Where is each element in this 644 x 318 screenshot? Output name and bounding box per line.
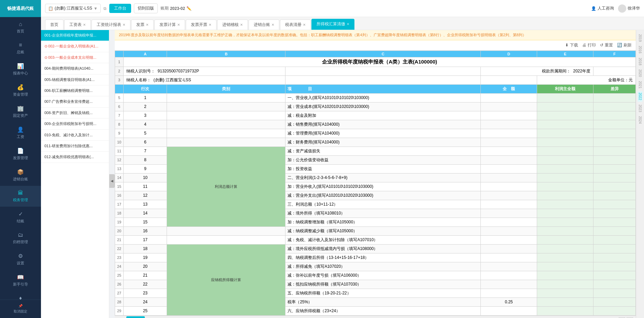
year-2020[interactable]: 2020 <box>638 68 643 78</box>
table-row: 62减：营业成本(填写A102010\102020\103000) <box>115 102 636 111</box>
tab-close-income-tax[interactable]: ✕ <box>347 22 349 26</box>
tab-close-salary[interactable]: ✕ <box>83 23 86 27</box>
sidebar-item-ledger[interactable]: ≡ 总账 <box>0 38 41 59</box>
settle-icon: ✓ <box>18 211 23 217</box>
report-icon: 📊 <box>17 63 24 69</box>
year-2018[interactable]: 2018 <box>638 56 643 67</box>
col-chay-header: 差异 <box>593 84 636 93</box>
tab-tax-list[interactable]: 税表清册 ✕ <box>280 19 311 30</box>
sheet-tab-main[interactable]: 主表 <box>126 316 145 318</box>
sidebar-item-invoice[interactable]: 📄 发票管理 <box>0 143 41 165</box>
list-item-005[interactable]: 005-纳税调整项目明细表(A1... <box>41 74 109 85</box>
print-button[interactable]: 🖨 打印 <box>582 42 596 48</box>
content-area: 001-企业所得税年度纳税申报... ⊙002-一般企业收入明细表(A1... … <box>41 30 644 318</box>
year-2021[interactable]: 2021 <box>638 80 643 90</box>
reset-button[interactable]: ↺ 重置 <box>600 42 613 48</box>
list-item-011[interactable]: 011-研发费用加计扣除优惠... <box>41 141 109 152</box>
company-selector[interactable]: 📋 (勿删) 江西服宝-LSS ▼ <box>45 4 101 13</box>
reset-icon: ↺ <box>600 43 603 47</box>
switch-version-button[interactable]: 切到旧版 <box>134 3 158 13</box>
tab-invoice-calc[interactable]: 发票计算 ✕ <box>154 19 185 30</box>
tab-home[interactable]: 首页 <box>45 19 64 30</box>
tab-income-tax[interactable]: 所得税汇算清缴 ✕ <box>311 19 354 30</box>
sidebar-item-capital[interactable]: 💰 资金管理 <box>0 80 41 101</box>
invoice-icon: 📄 <box>17 148 24 154</box>
col-quane-header: 全 额 <box>481 84 537 93</box>
list-item-007[interactable]: 007-广告费和业务宣传费超... <box>41 96 109 107</box>
list-item-003[interactable]: ⊙003-一般企业成本支出明细... <box>41 52 109 63</box>
tab-salary[interactable]: 工资表 ✕ <box>64 19 91 30</box>
right-mini-sidebar: 2019 2016 2018 2020 2021 2022 2023 2024 <box>636 30 644 318</box>
sidebar-item-archive[interactable]: 🗂 归档管理 <box>0 228 41 249</box>
col-rownum-header <box>115 84 124 93</box>
purchase-icon: 📦 <box>17 169 24 175</box>
sidebar-item-salary[interactable]: 👤 工资 <box>0 122 41 143</box>
list-item-008[interactable]: 008-资产折旧、摊销及纳税... <box>41 108 109 119</box>
column-header-row: 行次 类别 项 目 全 额 利润主全额 差异 <box>115 84 636 93</box>
tab-close-tax-list[interactable]: ✕ <box>303 23 306 27</box>
list-item-006[interactable]: 006-职工薪酬纳税调整明细... <box>41 85 109 96</box>
tab-salary-report[interactable]: 工资统计报表 ✕ <box>92 19 130 30</box>
table-row: 73减：税金及附加 <box>115 111 636 120</box>
copy-icon[interactable]: ⧉ <box>103 6 107 11</box>
year-2016[interactable]: 2016 <box>638 44 643 55</box>
print-icon: 🖨 <box>582 43 586 47</box>
sidebar-item-guide[interactable]: 📖 新手引导 <box>0 270 41 291</box>
list-item-001[interactable]: 001-企业所得税年度纳税申报... <box>41 30 109 41</box>
sidebar-item-assets[interactable]: 🏢 固定资产 <box>0 101 41 122</box>
tab-purchase-ledger[interactable]: 进销台账 ✕ <box>249 19 279 30</box>
sidebar-footer[interactable]: 📌 取消固定 <box>0 300 41 318</box>
tab-close-invoice[interactable]: ✕ <box>146 23 149 27</box>
list-item-002[interactable]: ⊙002-一般企业收入明细表(A1... <box>41 41 109 52</box>
taxpayer-name-row: 3 纳税人名称： (勿删) 江西服宝-LSS 金额单位：元 <box>115 75 636 84</box>
sidebar-item-member[interactable]: ♦ 畅会员 <box>0 291 41 300</box>
ai-consult-button[interactable]: 👤 人工咨询 <box>591 5 614 11</box>
sidebar-item-settings[interactable]: ⚙ 设置 <box>0 249 41 270</box>
sidebar-item-settle[interactable]: ✓ 结账 <box>0 207 41 228</box>
top-bar: 📋 (勿删) 江西服宝-LSS ▼ ⧉ 工作台 切到旧版 账期 2023-02 … <box>41 0 644 17</box>
year-2024[interactable]: 2024 <box>638 115 643 125</box>
list-item-010[interactable]: 010-免税、减计收入及加计... <box>41 130 109 141</box>
assets-icon: 🏢 <box>17 105 24 112</box>
home-icon: ⌂ <box>19 21 22 27</box>
tab-close-salary-report[interactable]: ✕ <box>123 23 125 27</box>
table-wrapper[interactable]: A B C D E F 1 企业所得税年度纳税申报表（A类）主表(A100000… <box>115 51 636 318</box>
tab-invoice-issue[interactable]: 发票开票 ✕ <box>186 19 216 30</box>
table-row: 95减：管理费用(填写A104000) <box>115 129 636 138</box>
right-panel: 2019年度步及取以前年度结转数据的申报表单元格需要手工维护正确，才能保证本年及… <box>115 30 636 318</box>
sheet-title-row: 1 企业所得税年度纳税申报表（A类）主表(A100000) <box>115 57 636 67</box>
tab-close-invoice-calc[interactable]: ✕ <box>177 23 180 27</box>
col-lirun-header: 利润主全额 <box>537 84 593 93</box>
col-letter-d: D <box>481 51 537 57</box>
col-letter-f: F <box>593 51 636 57</box>
col-letter-a: A <box>124 51 167 57</box>
dropdown-arrow-icon: ▼ <box>94 6 98 11</box>
year-2019[interactable]: 2019 <box>638 33 643 43</box>
ai-icon: 👤 <box>591 6 596 11</box>
sidebar-item-report[interactable]: 📊 报表中心 <box>0 59 41 80</box>
refresh-button[interactable]: 🔄 刷新 <box>617 42 632 48</box>
download-button[interactable]: ⬇ 下载 <box>565 42 578 48</box>
list-item-012[interactable]: 012-减免所得税优惠明细表(... <box>41 152 109 163</box>
tab-purchase-audit[interactable]: 进销稽核 ✕ <box>217 19 248 30</box>
year-2023[interactable]: 2023 <box>638 103 643 113</box>
warning-banner: 2019年度步及取以前年度结转数据的申报表单元格需要手工维护正确，才能保证本年及… <box>115 30 636 40</box>
sidebar-item-purchase[interactable]: 📦 进销台账 <box>0 165 41 186</box>
tab-close-purchase-audit[interactable]: ✕ <box>240 23 243 27</box>
table-row: 2117减：免税、减计收入及加计扣除（填写A107010） <box>115 235 636 244</box>
bottom-tabs: ◀ ▶ 主表 ◀ ▶ <box>115 316 636 318</box>
collapse-panel-button[interactable]: ◀ <box>109 174 115 188</box>
app-logo: 畅捷通易代账 <box>0 0 41 17</box>
user-profile[interactable]: 徐泽华 <box>618 4 640 13</box>
tab-close-invoice-issue[interactable]: ✕ <box>209 23 211 27</box>
edit-period-icon[interactable]: ✏️ <box>186 6 192 11</box>
tab-close-purchase-ledger[interactable]: ✕ <box>271 23 274 27</box>
sidebar-item-home[interactable]: ⌂ 首页 <box>0 17 41 38</box>
list-item-004[interactable]: 004-期间费用明细表(A1040... <box>41 63 109 74</box>
period-info: 账期 2023-02 ✏️ <box>160 5 192 11</box>
list-item-009[interactable]: 009-企业所得税附加补亏损明... <box>41 119 109 129</box>
year-2022[interactable]: 2022 <box>638 91 643 101</box>
workbench-button[interactable]: 工作台 <box>109 4 131 13</box>
tab-invoice[interactable]: 发票 ✕ <box>131 19 154 30</box>
sidebar-item-tax[interactable]: 🏛 税务管理 <box>0 186 41 207</box>
